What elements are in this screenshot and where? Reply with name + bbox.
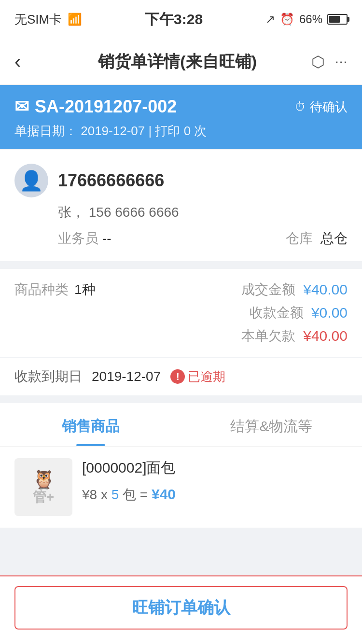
order-status-text: 待确认 bbox=[310, 98, 348, 115]
customer-contact: 张， 156 6666 6666 bbox=[14, 203, 348, 222]
customer-meta: 业务员 -- 仓库 总仓 bbox=[14, 229, 348, 248]
tabs-bar: 销售商品 结算&物流等 bbox=[0, 403, 362, 447]
tab-settlement-label: 结算&物流等 bbox=[230, 418, 312, 434]
summary-section: 商品种类 1种 成交金额 ¥40.00 收款金额 ¥0.00 本单欠款 ¥40.… bbox=[0, 269, 362, 357]
customer-phone: 17666666666 bbox=[58, 170, 164, 191]
price-unit: 包 bbox=[123, 487, 136, 502]
owed-label: 本单欠款 bbox=[241, 327, 295, 345]
battery-icon bbox=[327, 14, 348, 25]
alarm-icon: ⏰ bbox=[280, 13, 294, 26]
clock-icon: ⏱ bbox=[294, 100, 306, 113]
amount-value: ¥40.00 bbox=[303, 281, 348, 298]
due-date-value: 2019-12-07 bbox=[92, 369, 161, 384]
date-separator: | bbox=[148, 124, 155, 138]
amounts: 成交金额 ¥40.00 收款金额 ¥0.00 本单欠款 ¥40.00 bbox=[241, 280, 348, 345]
status-left: 无SIM卡 📶 bbox=[14, 11, 82, 28]
back-button[interactable]: ‹ bbox=[14, 51, 43, 72]
product-logo: 🦉 管+ bbox=[32, 470, 55, 505]
product-details: [0000002]面包 ¥8 x 5 包 = ¥40 bbox=[82, 458, 348, 504]
tab-sales-products[interactable]: 销售商品 bbox=[0, 403, 181, 446]
product-image: 🦉 管+ bbox=[14, 458, 72, 516]
order-id-text: SA-20191207-002 bbox=[35, 97, 177, 117]
status-badge: ⏱ 待确认 bbox=[294, 98, 348, 115]
status-right: ↗ ⏰ 66% bbox=[265, 13, 348, 26]
print-count: 0 bbox=[184, 124, 191, 138]
amount-row: 成交金额 ¥40.00 bbox=[241, 280, 348, 299]
product-item: 🦉 管+ [0000002]面包 ¥8 x 5 包 = ¥40 bbox=[0, 447, 362, 528]
share-icon[interactable]: ⬡ bbox=[311, 53, 325, 71]
warning-icon: ! bbox=[170, 369, 185, 384]
header-card-top: ✉ SA-20191207-002 ⏱ 待确认 bbox=[14, 97, 348, 117]
status-bar: 无SIM卡 📶 下午3:28 ↗ ⏰ 66% bbox=[0, 0, 362, 39]
overdue-badge: ! 已逾期 bbox=[170, 368, 225, 385]
battery-percent: 66% bbox=[299, 13, 322, 26]
more-icon[interactable]: ··· bbox=[334, 53, 348, 70]
owed-row: 本单欠款 ¥40.00 bbox=[241, 327, 348, 345]
print-suffix: 次 bbox=[194, 124, 207, 138]
product-price: ¥8 x 5 包 = ¥40 bbox=[82, 486, 348, 504]
status-time: 下午3:28 bbox=[145, 10, 203, 29]
equals-sign: = bbox=[140, 487, 152, 502]
print-label: 打印 bbox=[155, 124, 180, 138]
order-icon: ✉ bbox=[14, 97, 29, 117]
received-row: 收款金额 ¥0.00 bbox=[250, 304, 348, 322]
customer-section: 👤 17666666666 张， 156 6666 6666 业务员 -- 仓库… bbox=[0, 150, 362, 261]
logo-owl: 🦉 bbox=[32, 470, 55, 490]
due-section: 收款到期日 2019-12-07 ! 已逾期 bbox=[0, 358, 362, 395]
contact-name: 张， bbox=[58, 205, 85, 220]
order-date-line: 单据日期： 2019-12-07 | 打印 0 次 bbox=[14, 123, 348, 140]
wifi-icon: 📶 bbox=[68, 13, 82, 26]
carrier-text: 无SIM卡 bbox=[14, 11, 62, 28]
header-card: ✉ SA-20191207-002 ⏱ 待确认 单据日期： 2019-12-07… bbox=[0, 85, 362, 149]
overdue-text: 已逾期 bbox=[188, 368, 225, 385]
avatar-icon: 👤 bbox=[19, 169, 43, 192]
warehouse-value: 总仓 bbox=[320, 229, 348, 248]
logo-plus: 管+ bbox=[33, 490, 54, 505]
price-qty: 5 bbox=[111, 487, 119, 502]
due-label: 收款到期日 bbox=[14, 367, 82, 386]
sales-rep-label: 业务员 bbox=[58, 229, 98, 248]
customer-row: 👤 17666666666 bbox=[14, 164, 348, 197]
summary-row: 商品种类 1种 成交金额 ¥40.00 收款金额 ¥0.00 本单欠款 ¥40.… bbox=[14, 280, 348, 345]
nav-actions: ⬡ ··· bbox=[311, 53, 348, 71]
location-icon: ↗ bbox=[265, 13, 275, 26]
tab-sales-label: 销售商品 bbox=[62, 418, 120, 434]
received-value: ¥0.00 bbox=[311, 305, 348, 321]
product-type-value: 1种 bbox=[74, 280, 96, 299]
tab-settlement[interactable]: 结算&物流等 bbox=[181, 403, 362, 446]
confirm-order-button[interactable]: 旺铺订单确认 bbox=[14, 586, 348, 630]
page-title: 销货单详情(来自旺铺) bbox=[98, 51, 257, 73]
nav-bar: ‹ 销货单详情(来自旺铺) ⬡ ··· bbox=[0, 39, 362, 85]
warehouse-label: 仓库 bbox=[286, 229, 313, 248]
owed-value: ¥40.00 bbox=[303, 328, 348, 344]
price-total: ¥40 bbox=[152, 486, 176, 502]
received-label: 收款金额 bbox=[250, 304, 304, 322]
multiply-sign: x bbox=[101, 487, 111, 502]
amount-label: 成交金额 bbox=[241, 280, 295, 299]
order-date: 2019-12-07 bbox=[81, 124, 145, 138]
sales-rep-value: -- bbox=[102, 231, 111, 246]
price-base: ¥8 bbox=[82, 487, 97, 502]
bottom-bar: 旺铺订单确认 bbox=[0, 575, 362, 644]
product-type-info: 商品种类 1种 bbox=[14, 280, 241, 299]
tab-active-indicator bbox=[76, 444, 105, 446]
product-type-label: 商品种类 bbox=[14, 280, 69, 299]
order-id: ✉ SA-20191207-002 bbox=[14, 97, 177, 117]
product-name: [0000002]面包 bbox=[82, 458, 348, 478]
contact-phone: 156 6666 6666 bbox=[89, 205, 179, 220]
date-label: 单据日期： bbox=[14, 124, 77, 138]
avatar: 👤 bbox=[14, 164, 48, 197]
